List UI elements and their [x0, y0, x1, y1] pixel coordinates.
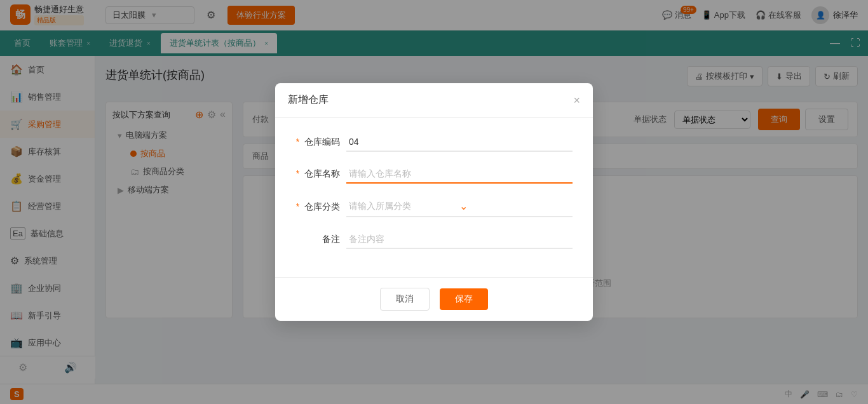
name-input[interactable] — [346, 165, 573, 184]
code-required-mark: * — [296, 137, 299, 147]
new-warehouse-modal: 新增仓库 × * 仓库编码 * 仓库名称 — [275, 83, 593, 321]
category-dropdown-arrow: ⌄ — [459, 200, 570, 212]
modal-overlay: 新增仓库 × * 仓库编码 * 仓库名称 — [0, 0, 868, 404]
modal-close-btn[interactable]: × — [573, 95, 580, 106]
code-label: * 仓库编码 — [295, 137, 346, 148]
name-required-mark: * — [296, 168, 299, 178]
form-row-remark: 备注 — [295, 230, 573, 249]
name-label: * 仓库名称 — [295, 168, 346, 180]
cancel-button[interactable]: 取消 — [380, 288, 430, 311]
modal-title: 新增仓库 — [288, 93, 329, 107]
form-row-category: * 仓库分类 请输入所属分类 ⌄ — [295, 196, 573, 217]
category-placeholder: 请输入所属分类 — [349, 201, 459, 212]
remark-input[interactable] — [346, 230, 573, 249]
category-label: * 仓库分类 — [295, 201, 346, 213]
remark-label: 备注 — [295, 234, 346, 245]
modal-header: 新增仓库 × — [275, 83, 593, 118]
modal-footer: 取消 保存 — [275, 277, 593, 321]
save-button[interactable]: 保存 — [440, 288, 488, 310]
code-input[interactable] — [346, 133, 573, 152]
form-row-code: * 仓库编码 — [295, 133, 573, 152]
modal-body: * 仓库编码 * 仓库名称 * 仓库分类 请输入所属 — [275, 118, 593, 277]
category-required-mark: * — [296, 201, 299, 212]
form-row-name: * 仓库名称 — [295, 165, 573, 184]
category-select[interactable]: 请输入所属分类 ⌄ — [346, 196, 573, 217]
